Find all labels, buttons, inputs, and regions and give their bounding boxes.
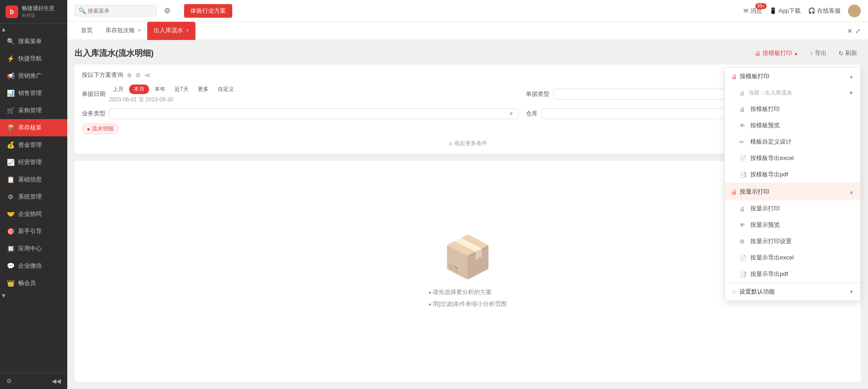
filter-header-label: 按以下方案查询 (82, 71, 123, 79)
sidebar-item-wechat[interactable]: 💬 企业微信 (0, 257, 67, 274)
crown-icon: 👑 (6, 279, 15, 287)
print-template-button[interactable]: 🖨 按模板打印 ▲ (751, 47, 802, 59)
flow-detail-tag[interactable]: ● 流水明细 (82, 124, 119, 134)
tab-flow-close[interactable]: × (186, 27, 189, 34)
template-current-icon: 🖨 (739, 90, 745, 96)
sidebar-item-label: 营销推广 (18, 72, 42, 80)
template-print-item[interactable]: 🖨 按模板打印 (725, 101, 860, 117)
sidebar-item-system[interactable]: ⚙ 系统管理 (0, 188, 67, 205)
tab-flow[interactable]: 出入库流水 × (147, 22, 195, 40)
megaphone-icon: 📢 (6, 72, 15, 80)
topbar-search-box[interactable]: 🔍 (75, 5, 156, 16)
sidebar-item-search[interactable]: 🔍 搜索菜单 (0, 33, 67, 50)
handshake-icon: 🤝 (6, 210, 15, 218)
sidebar-item-purchase[interactable]: 🛒 采购管理 (0, 102, 67, 119)
topbar-gear-button[interactable]: ⚙ (161, 5, 174, 17)
sidebar-item-cooperation[interactable]: 🤝 企业协同 (0, 205, 67, 223)
topbar-divider: | (178, 7, 180, 14)
template-print-header[interactable]: 🖨 按模板打印 ▲ (725, 68, 860, 85)
business-type-label: 业务类型 (82, 110, 105, 118)
page-title: 出入库流水(流水明细) (75, 48, 154, 59)
message-icon: ✉ (743, 7, 748, 14)
date-btn-7days[interactable]: 近7天 (171, 85, 192, 94)
display-preview-item[interactable]: 👁 按显示预览 (725, 217, 860, 233)
user-avatar[interactable] (848, 5, 861, 17)
sidebar-item-label: 应用中心 (18, 244, 42, 253)
tab-batch-close[interactable]: × (138, 27, 141, 34)
main-area: 🔍 ⚙ | 体验行业方案 ✉ 消息 99+ 📱 App下载 🎧 在线客服 (67, 0, 868, 389)
business-type-dropdown[interactable]: ▼ (109, 108, 519, 119)
sidebar-item-marketing[interactable]: 📢 营销推广 (0, 67, 67, 85)
display-export-excel-item[interactable]: 📄 按显示导出excel (725, 249, 860, 266)
template-export-excel-item[interactable]: 📄 按模板导出excel (725, 150, 860, 166)
grid-icon: 🔲 (6, 245, 15, 252)
search-input[interactable] (88, 8, 152, 14)
sidebar-item-finance[interactable]: 💰 资金管理 (0, 136, 67, 154)
tab-batch[interactable]: 库存批次账 × (99, 22, 147, 40)
filter-collapse-icon[interactable]: ≪ (145, 72, 151, 79)
pdf-icon: 📑 (739, 171, 747, 178)
filter-date-field: 单据日期 上月 本月 本年 近7天 更多 自定义 2023-06-01 至 20… (82, 85, 519, 104)
template-design-item[interactable]: ✏ 模板自定义设计 (725, 134, 860, 150)
topbar: 🔍 ⚙ | 体验行业方案 ✉ 消息 99+ 📱 App下载 🎧 在线客服 (67, 0, 868, 22)
clipboard-icon: 📋 (6, 176, 15, 183)
refresh-button[interactable]: ↻ 刷新 (835, 47, 861, 59)
set-default-button[interactable]: ☆ 设置默认功能 ▼ (725, 283, 860, 300)
display-printer-icon: 🖨 (739, 205, 747, 212)
settings-gear-icon[interactable]: ⚙ (6, 378, 12, 384)
date-btn-this-year[interactable]: 本年 (151, 85, 169, 94)
tab-close-all-icon[interactable]: ✕ (847, 27, 853, 35)
sidebar-collapse-icon[interactable]: ◀◀ (52, 378, 61, 384)
chat-icon: 💬 (6, 262, 15, 269)
display-print-item[interactable]: 🖨 按显示打印 (725, 200, 860, 217)
topbar-right: ✉ 消息 99+ 📱 App下载 🎧 在线客服 (743, 5, 861, 17)
display-print-header[interactable]: 🖨 按显示打印 ▲ (725, 183, 860, 200)
export-button[interactable]: ↑ 导出 (807, 47, 831, 59)
sidebar-footer: ⚙ ◀◀ (0, 373, 67, 389)
sidebar-item-app-center[interactable]: 🔲 应用中心 (0, 240, 67, 257)
filter-business-field: 业务类型 ▼ (82, 108, 519, 119)
sidebar-item-inventory[interactable]: 📦 库存核算 (0, 119, 67, 136)
sidebar: b 畅捷通好生意 标准版 ▲ 🔍 搜索菜单 ⚡ 快捷导航 📢 营销推广 📊 销售… (0, 0, 67, 389)
trial-button[interactable]: 体验行业方案 (184, 4, 232, 18)
display-export-pdf-item[interactable]: 📑 按显示导出pdf (725, 266, 860, 282)
sidebar-item-operation[interactable]: 📈 经营管理 (0, 154, 67, 171)
search-icon: 🔍 (6, 38, 15, 45)
date-btn-last-month[interactable]: 上月 (109, 85, 127, 94)
sidebar-item-sales[interactable]: 📊 销售管理 (0, 85, 67, 102)
tab-expand-icon[interactable]: ⤢ (855, 27, 861, 35)
display-eye-icon: 👁 (739, 222, 747, 229)
date-btn-custom[interactable]: 自定义 (214, 85, 238, 94)
app-download-button[interactable]: 📱 App下载 (769, 7, 801, 15)
template-current-item[interactable]: 🖨 当前：出入库流水 ▼ (725, 85, 860, 101)
headset-icon: 🎧 (808, 7, 815, 14)
sidebar-item-label: 快捷导航 (18, 55, 42, 63)
sidebar-item-label: 企业微信 (18, 262, 42, 270)
sidebar-item-basic[interactable]: 📋 基础信息 (0, 171, 67, 188)
template-preview-item[interactable]: 👁 按模板预览 (725, 117, 860, 134)
sidebar-nav: ▲ 🔍 搜索菜单 ⚡ 快捷导航 📢 营销推广 📊 销售管理 🛒 采购管理 📦 库… (0, 24, 67, 373)
warehouse-label: 仓库 (526, 110, 538, 118)
sidebar-scroll-up[interactable]: ▲ (0, 25, 7, 33)
display-print-settings-item[interactable]: ⚙ 按显示打印设置 (725, 233, 860, 249)
date-btn-more[interactable]: 更多 (194, 85, 212, 94)
filter-settings-icon[interactable]: ⚙ (135, 72, 141, 79)
sidebar-item-label: 搜索菜单 (18, 37, 42, 45)
chart-icon: 📊 (6, 90, 15, 97)
app-logo-icon: b (5, 5, 18, 18)
eye-icon: 👁 (739, 122, 747, 129)
message-button[interactable]: ✉ 消息 99+ (743, 7, 762, 15)
online-service-button[interactable]: 🎧 在线客服 (808, 7, 841, 15)
tab-home[interactable]: 首页 (75, 22, 99, 40)
sidebar-item-label: 销售管理 (18, 89, 42, 97)
sidebar-logo: b 畅捷通好生意 标准版 (0, 0, 67, 24)
doc-type-label: 单据类型 (526, 90, 549, 98)
sidebar-item-guide[interactable]: 🎯 新手引导 (0, 223, 67, 240)
sidebar-item-member[interactable]: 👑 畅会员 (0, 274, 67, 292)
sidebar-scroll-down[interactable]: ▼ (0, 292, 7, 299)
template-export-pdf-item[interactable]: 📑 按模板导出pdf (725, 166, 860, 183)
date-btn-this-month[interactable]: 本月 (129, 85, 149, 94)
target-icon: 🎯 (6, 228, 15, 235)
sidebar-item-quick[interactable]: ⚡ 快捷导航 (0, 50, 67, 67)
filter-add-icon[interactable]: ⊕ (127, 72, 132, 79)
